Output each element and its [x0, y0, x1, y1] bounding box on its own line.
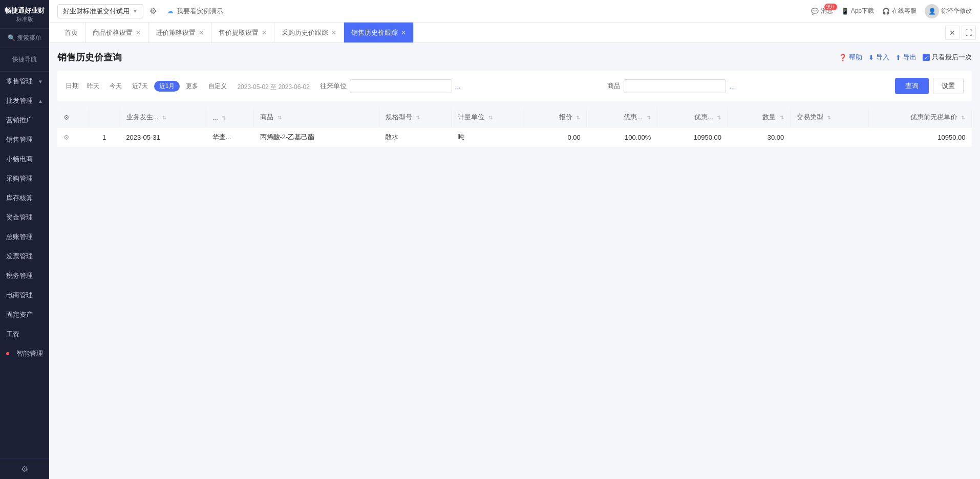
settings-button[interactable]: 设置: [933, 78, 964, 94]
sort-icon-more: ⇅: [222, 115, 226, 121]
th-more[interactable]: ... ⇅: [206, 107, 254, 127]
sidebar-item-purchase[interactable]: 采购管理: [0, 169, 49, 188]
tab-sale-price-extract[interactable]: 售价提取设置 ✕: [211, 23, 274, 43]
sidebar-quick-nav[interactable]: 快捷导航: [0, 48, 49, 72]
th-price[interactable]: 报价 ⇅: [524, 107, 586, 127]
content-area: 销售历史价查询 ❓ 帮助 ⬇ 导入 ⬆ 导出 只看最后一次: [49, 43, 980, 479]
sidebar-item-ecommerce[interactable]: 电商管理: [0, 286, 49, 305]
help-link[interactable]: ❓ 帮助: [839, 53, 862, 62]
date-option-yesterday[interactable]: 昨天: [83, 81, 103, 92]
sidebar-item-marketing[interactable]: 营销推广: [0, 111, 49, 130]
page-header: 销售历史价查询 ❓ 帮助 ⬇ 导入 ⬆ 导出 只看最后一次: [57, 51, 972, 63]
th-date[interactable]: 业务发生... ⇅: [120, 107, 206, 127]
th-trans-type[interactable]: 交易类型 ⇅: [790, 107, 868, 127]
th-notax-price[interactable]: 优惠前无税单价 ⇅: [868, 107, 971, 127]
main-area: 好业财标准版交付试用 ▼ ⚙ ☁ 我要看实例演示 💬 消息 99+ 📱 App下…: [49, 0, 980, 479]
sidebar-item-ledger[interactable]: 总账管理: [0, 227, 49, 247]
settings-icon[interactable]: ⚙: [21, 465, 28, 473]
page-actions: ❓ 帮助 ⬇ 导入 ⬆ 导出 只看最后一次: [839, 53, 972, 62]
sidebar-item-wholesale[interactable]: 批发管理 ▲: [0, 91, 49, 111]
tab-purchase-history[interactable]: 采购历史价跟踪 ✕: [274, 23, 344, 43]
chevron-up-icon: ▲: [38, 98, 43, 104]
th-product[interactable]: 商品 ⇅: [254, 107, 379, 127]
partner-input[interactable]: [350, 79, 452, 93]
date-options: 昨天 今天 近7天 近1月 更多 自定义: [83, 81, 231, 92]
topbar-gear-icon[interactable]: ⚙: [150, 6, 157, 16]
th-gear[interactable]: ⚙: [57, 107, 89, 127]
maximize-tab-action[interactable]: ⛶: [962, 26, 976, 40]
app-download-button[interactable]: 📱 App下载: [841, 7, 874, 15]
sidebar-item-tax[interactable]: 税务管理: [0, 266, 49, 286]
messages-button[interactable]: 💬 消息 99+: [811, 7, 833, 15]
tab-home[interactable]: 首页: [57, 23, 86, 43]
sidebar-bottom: ⚙: [0, 459, 49, 479]
topbar-left: 好业财标准版交付试用 ▼ ⚙ ☁ 我要看实例演示: [57, 4, 811, 18]
row-unit: 吨: [452, 127, 524, 147]
partner-more-btn[interactable]: ...: [455, 82, 461, 90]
product-more-btn[interactable]: ...: [729, 82, 735, 90]
close-tab-purchase-strategy[interactable]: ✕: [199, 29, 204, 36]
import-icon: ⬇: [868, 54, 874, 61]
sidebar-item-ecommerce-small[interactable]: 小畅电商: [0, 149, 49, 169]
tabs-bar: 首页 商品价格设置 ✕ 进价策略设置 ✕ 售价提取设置 ✕ 采购历史价跟踪 ✕ …: [49, 23, 980, 43]
version-selector-text: 好业财标准版交付试用: [63, 7, 130, 16]
product-input[interactable]: [624, 79, 726, 93]
date-range-display: 2023-05-02 至 2023-06-02: [237, 83, 309, 92]
version-selector[interactable]: 好业财标准版交付试用 ▼: [57, 4, 143, 18]
sidebar-item-invoice[interactable]: 发票管理: [0, 247, 49, 266]
table-row[interactable]: ⚙ 1 2023-05-31 华查... 丙烯酸-2-乙基己酯 散水 吨 0.0…: [57, 127, 972, 147]
sort-icon-date: ⇅: [162, 115, 166, 120]
import-link[interactable]: ⬇ 导入: [868, 53, 889, 62]
th-discount1[interactable]: 优惠... ⇅: [587, 107, 657, 127]
tab-product-price[interactable]: 商品价格设置 ✕: [86, 23, 148, 43]
app-edition: 标准版: [4, 15, 45, 23]
sort-icon-qty: ⇅: [780, 115, 784, 120]
close-tab-sale-price-extract[interactable]: ✕: [262, 29, 267, 36]
date-option-1month[interactable]: 近1月: [154, 81, 180, 92]
date-option-today[interactable]: 今天: [105, 81, 126, 92]
row-qty: 30.00: [728, 127, 790, 147]
user-profile-button[interactable]: 👤 徐泽华修改: [925, 4, 972, 18]
date-option-custom[interactable]: 自定义: [204, 81, 231, 92]
row-discount1: 100.00%: [587, 127, 657, 147]
sidebar-item-smart[interactable]: 智能管理: [0, 344, 49, 363]
tab-purchase-strategy[interactable]: 进价策略设置 ✕: [148, 23, 211, 43]
sidebar-item-inventory[interactable]: 库存核算: [0, 188, 49, 208]
online-service-button[interactable]: 🎧 在线客服: [882, 7, 917, 15]
sort-icon-product: ⇅: [278, 115, 282, 120]
close-tab-purchase-history[interactable]: ✕: [331, 29, 336, 36]
dot-indicator: [6, 352, 9, 355]
sidebar-search[interactable]: 🔍 搜索菜单: [0, 29, 49, 48]
sidebar-item-quick-nav[interactable]: 快捷导航: [0, 51, 49, 68]
sidebar-item-retail[interactable]: 零售管理 ▼: [0, 72, 49, 91]
product-filter-label: 商品: [607, 81, 621, 91]
date-option-7days[interactable]: 近7天: [128, 81, 152, 92]
sidebar-item-finance[interactable]: 资金管理: [0, 208, 49, 227]
close-tab-action[interactable]: ✕: [945, 26, 960, 40]
demo-button[interactable]: ☁ 我要看实例演示: [161, 7, 229, 16]
close-tab-sale-history[interactable]: ✕: [401, 29, 406, 36]
close-tab-product-price[interactable]: ✕: [136, 29, 141, 36]
th-spec[interactable]: 规格型号 ⇅: [379, 107, 452, 127]
export-link[interactable]: ⬆ 导出: [896, 53, 917, 62]
th-discount2[interactable]: 优惠... ⇅: [657, 107, 728, 127]
phone-icon: 📱: [841, 8, 849, 15]
app-download-label: App下载: [851, 7, 874, 15]
row-trans-type: [790, 127, 868, 147]
date-option-more[interactable]: 更多: [182, 81, 202, 92]
only-last-checkbox[interactable]: 只看最后一次: [923, 53, 972, 62]
th-unit[interactable]: 计量单位 ⇅: [452, 107, 524, 127]
sort-icon-discount1: ⇅: [647, 115, 651, 120]
cloud-icon: ☁: [167, 7, 174, 15]
sidebar-item-assets[interactable]: 固定资产: [0, 305, 49, 324]
row-gear[interactable]: ⚙: [57, 127, 89, 147]
app-name: 畅捷通好业财: [4, 6, 45, 15]
tabs-bar-actions: ✕ ⛶: [945, 26, 980, 40]
sidebar-item-sales[interactable]: 销售管理: [0, 130, 49, 149]
tab-sale-history[interactable]: 销售历史价跟踪 ✕: [344, 23, 414, 43]
sidebar-item-salary[interactable]: 工资: [0, 324, 49, 344]
user-name: 徐泽华修改: [941, 7, 972, 15]
query-button[interactable]: 查询: [895, 78, 929, 94]
avatar: 👤: [925, 4, 939, 18]
th-qty[interactable]: 数量 ⇅: [728, 107, 790, 127]
